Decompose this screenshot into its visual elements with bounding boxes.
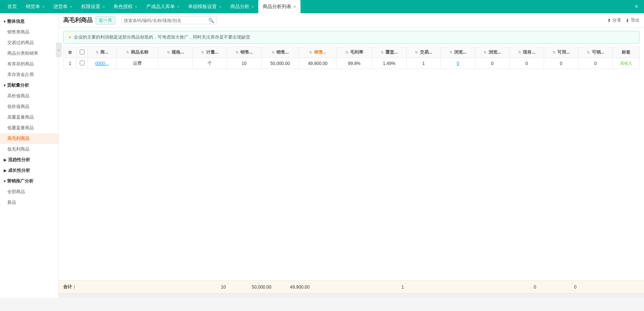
nav-item-purchase[interactable]: 进货单 ×: [49, 0, 76, 13]
footer-stock-current: 0: [520, 285, 550, 290]
share-button[interactable]: ⬆ 分享: [607, 17, 621, 23]
sidebar-group-marketing[interactable]: ▾ 营销推广分析: [0, 176, 58, 187]
arrow-contribution: ▾: [4, 83, 6, 87]
close-template-tab[interactable]: ×: [219, 4, 221, 9]
sidebar-item-high-margin[interactable]: 高毛利商品: [0, 133, 58, 144]
select-all-checkbox[interactable]: [80, 50, 84, 54]
sort-coverage-icon: ⇅: [381, 50, 384, 54]
top-navigation: 首页 销货单 × 进货单 × 权限设置 × 角色授权 × 产成品入库单 × 单据…: [0, 0, 644, 13]
sidebar-item-low-value[interactable]: 低价值商品: [0, 101, 58, 112]
sort-browse1-icon: ⇅: [449, 50, 452, 54]
close-all-tabs[interactable]: ×: [632, 3, 641, 10]
sort-sales-amount-icon: ⇅: [271, 50, 274, 54]
cell-spec: [158, 58, 193, 69]
search-input[interactable]: [124, 18, 208, 23]
main-layout: « ▾ 整体信息 销售类商品 交易过的商品 商品分类助销率 有库存的商品 库存资…: [0, 13, 644, 298]
sidebar-item-category-rate[interactable]: 商品分类助销率: [0, 48, 58, 59]
sort-sales-profit-icon: ⇅: [309, 50, 312, 54]
th-stock-available[interactable]: ⇅ 可用...: [544, 47, 578, 58]
th-browse1[interactable]: ⇅ 浏览...: [441, 47, 475, 58]
sidebar-item-new-goods[interactable]: 新品: [0, 197, 58, 208]
settings-icon[interactable]: ⚙: [68, 50, 72, 55]
table-header-row: ⚙ ⇅ 商... ⇅ 商品名称: [64, 47, 640, 58]
th-coverage[interactable]: ⇅ 覆盖...: [372, 47, 407, 58]
th-transaction[interactable]: ⇅ 交易...: [406, 47, 441, 58]
close-sales-tab[interactable]: ×: [42, 4, 44, 9]
sidebar-item-all-goods[interactable]: 全部商品: [0, 187, 58, 197]
th-sales-qty[interactable]: ⇅ 销售...: [227, 47, 262, 58]
nav-item-permission[interactable]: 权限设置 ×: [77, 0, 109, 13]
table-row: 1 0000... 运费 个 10 50,000.00 49,900.00 99…: [64, 58, 640, 69]
th-stock-current[interactable]: ⇅ 现有...: [510, 47, 544, 58]
th-gross-rate[interactable]: ⇅ 毛利率: [337, 47, 372, 58]
period-button[interactable]: 近一月: [96, 16, 115, 25]
th-checkbox[interactable]: [77, 47, 88, 58]
sidebar-group-overall[interactable]: ▾ 整体信息: [0, 16, 58, 27]
cell-sales-profit: 49,900.00: [299, 58, 337, 69]
sidebar-group-growth[interactable]: ▶ 成长性分析: [0, 165, 58, 176]
content-area: 高毛利商品 近一月 🔍 ⬆ 分享 ⬇ 导出 ✦ 企业的主要的利润都是这部分商品创…: [59, 13, 644, 298]
nav-item-analysis-list[interactable]: 商品分析列表 ×: [258, 0, 300, 13]
nav-item-home[interactable]: 首页: [3, 0, 21, 13]
close-purchase-tab[interactable]: ×: [70, 4, 72, 9]
sidebar-item-low-coverage[interactable]: 低覆盖量商品: [0, 123, 58, 133]
th-stock-sellable[interactable]: ⇅ 可销...: [578, 47, 613, 58]
sidebar-item-stocked-goods[interactable]: 有库存的商品: [0, 59, 58, 69]
close-permission-tab[interactable]: ×: [102, 4, 105, 9]
cell-index: 1: [64, 58, 77, 69]
sidebar-group-contribution[interactable]: ▾ 贡献量分析: [0, 80, 58, 91]
close-role-tab[interactable]: ×: [135, 4, 137, 9]
th-sales-amount[interactable]: ⇅ 销售...: [261, 47, 299, 58]
th-spec[interactable]: ⇅ 规格...: [158, 47, 193, 58]
footer-browse1: [439, 285, 469, 290]
arrow-marketing: ▾: [4, 179, 6, 183]
footer-sales-amount: 50,000.00: [247, 285, 276, 290]
nav-item-template[interactable]: 单据模板设置 ×: [184, 0, 226, 13]
data-table-container: ⚙ ⇅ 商... ⇅ 商品名称: [63, 47, 640, 280]
footer-sales-qty: 10: [209, 285, 238, 290]
sidebar-item-traded-goods[interactable]: 交易过的商品: [0, 37, 58, 48]
nav-item-role[interactable]: 角色授权 ×: [109, 0, 141, 13]
sidebar-item-high-value[interactable]: 高价值商品: [0, 91, 58, 101]
cell-stock-sellable: 0: [578, 58, 613, 69]
cell-browse1[interactable]: 0: [441, 58, 475, 69]
content-header: 高毛利商品 近一月 🔍 ⬆ 分享 ⬇ 导出: [59, 13, 644, 28]
cell-stock-available: 0: [544, 58, 578, 69]
cell-checkbox[interactable]: [77, 58, 88, 69]
close-product-inbound-tab[interactable]: ×: [177, 4, 179, 9]
th-code[interactable]: ⇅ 商...: [88, 47, 116, 58]
sort-unit-icon: ⇅: [201, 50, 204, 54]
footer-stock-available: 0: [561, 285, 590, 290]
th-settings[interactable]: ⚙: [64, 47, 77, 58]
export-icon: ⬇: [626, 18, 629, 23]
nav-item-analysis[interactable]: 商品分析 ×: [226, 0, 258, 13]
th-unit[interactable]: ⇅ 计量...: [193, 47, 227, 58]
sidebar: ▾ 整体信息 销售类商品 交易过的商品 商品分类助销率 有库存的商品 库存资金占…: [0, 13, 59, 298]
share-icon: ⬆: [607, 18, 611, 23]
sidebar-group-trend[interactable]: ▶ 流趋性分析: [0, 155, 58, 165]
close-analysis-tab[interactable]: ×: [252, 4, 254, 9]
search-icon[interactable]: 🔍: [208, 18, 214, 23]
sort-browse2-icon: ⇅: [483, 50, 486, 54]
sidebar-item-low-margin[interactable]: 低毛利商品: [0, 144, 58, 155]
sidebar-collapse-button[interactable]: «: [56, 43, 62, 57]
th-name[interactable]: ⇅ 商品名称: [116, 47, 158, 58]
footer-values: 10 50,000.00 49,900.00 1 0 0: [84, 285, 590, 290]
close-analysis-list-tab[interactable]: ×: [294, 4, 296, 9]
arrow-trend: ▶: [4, 158, 7, 162]
nav-item-product-inbound[interactable]: 产成品入库单 ×: [142, 0, 184, 13]
footer-browse2: [480, 285, 509, 290]
sidebar-item-high-coverage[interactable]: 高覆盖量商品: [0, 112, 58, 123]
nav-item-sales[interactable]: 销货单 ×: [21, 0, 49, 13]
th-browse2[interactable]: ⇅ 浏览...: [475, 47, 510, 58]
horizontal-scrollbar[interactable]: [59, 293, 644, 298]
export-button[interactable]: ⬇ 导出: [626, 17, 640, 23]
cell-unit: 个: [193, 58, 227, 69]
sidebar-item-stock-capital[interactable]: 库存资金占用: [0, 69, 58, 80]
th-sales-profit[interactable]: ⇅ 销售...: [299, 47, 337, 58]
info-banner: ✦ 企业的主要的利润都是这部分商品创造的，可考虑加大推广，同时关注库存是不要出现…: [63, 31, 640, 44]
footer-empty1: [337, 285, 366, 290]
sort-transaction-icon: ⇅: [415, 50, 418, 54]
sidebar-item-sales-goods[interactable]: 销售类商品: [0, 27, 58, 37]
row-checkbox[interactable]: [80, 61, 84, 65]
